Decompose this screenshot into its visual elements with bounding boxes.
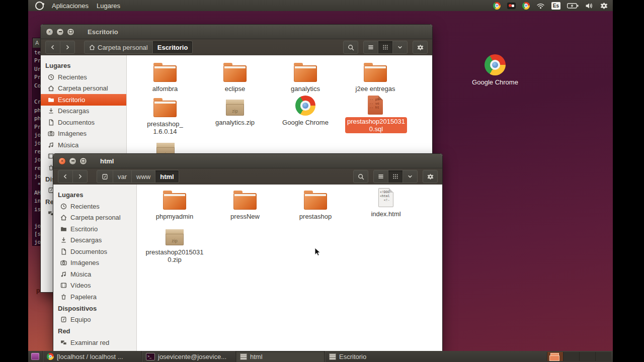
breadcrumb-www[interactable]: www	[131, 170, 155, 183]
sidebar-item-musica[interactable]: Música	[53, 268, 136, 280]
wifi-icon[interactable]	[536, 3, 545, 9]
minimize-icon[interactable]	[56, 28, 64, 36]
chrome-tray-icon[interactable]	[493, 2, 501, 10]
workspace-3[interactable]	[579, 352, 595, 361]
forward-button[interactable]	[60, 41, 75, 54]
workspace-2[interactable]	[563, 352, 579, 361]
breadcrumb: Carpeta personal Escritorio	[84, 41, 193, 54]
chrome-tray-icon-2[interactable]	[522, 2, 530, 10]
keyboard-layout-indicator[interactable]: Es	[551, 2, 560, 10]
forward-button[interactable]	[72, 170, 88, 183]
breadcrumb-current-label: Escritorio	[157, 44, 188, 51]
settings-button[interactable]	[413, 41, 428, 54]
settings-button[interactable]	[423, 170, 438, 183]
window2-file-area[interactable]: phpmyadmin pressNew prestashop <!DOC <ht…	[137, 185, 442, 351]
sidebar-item-documentos[interactable]: Documentos	[53, 246, 136, 257]
file-prestashop-zip[interactable]: zip prestashop20150310.zip	[144, 227, 205, 263]
window2-titlebar[interactable]: × html	[53, 154, 442, 168]
sidebar-item-recientes[interactable]: Recientes	[53, 201, 136, 212]
breadcrumb: var www html	[97, 170, 179, 183]
close-icon[interactable]: ×	[58, 157, 66, 165]
breadcrumb-device[interactable]	[97, 170, 113, 183]
menu-lugares[interactable]: Lugares	[97, 2, 120, 10]
sidebar-item-carpeta-personal[interactable]: Carpeta personal	[41, 83, 126, 95]
window1-titlebar[interactable]: × Escritorio	[41, 25, 432, 39]
breadcrumb-current[interactable]: Escritorio	[152, 41, 193, 54]
screen-recorder-icon[interactable]	[507, 3, 516, 9]
file-ganalytics-zip[interactable]: zip ganalytics.zip	[205, 98, 265, 126]
sidebar-header-places: Lugares	[41, 60, 126, 71]
file-phpmyadmin[interactable]: phpmyadmin	[144, 190, 205, 220]
ubuntu-logo-icon[interactable]	[35, 2, 44, 10]
file-ganalytics[interactable]: ganalytics	[275, 62, 336, 93]
show-desktop-icon[interactable]	[31, 353, 39, 360]
sidebar-item-carpeta-personal[interactable]: Carpeta personal	[53, 212, 136, 224]
sidebar-item-equipo[interactable]: Equipo	[53, 314, 136, 326]
maximize-icon[interactable]	[79, 157, 87, 165]
sidebar-item-recientes[interactable]: Recientes	[41, 71, 126, 83]
sidebar-item-examinar-red[interactable]: Examinar red	[53, 337, 136, 348]
file-prestashop[interactable]: prestashop	[285, 190, 346, 220]
grid-view-button[interactable]	[388, 170, 403, 183]
workspace-1[interactable]	[547, 352, 563, 361]
terminal-icon: >_	[146, 353, 155, 360]
sidebar-item-descargas[interactable]: Descargas	[41, 106, 126, 117]
home-icon	[60, 214, 67, 221]
files-icon	[240, 353, 247, 360]
sidebar-item-imagenes[interactable]: Imágenes	[41, 128, 126, 140]
gear-icon	[427, 173, 434, 180]
sidebar-item-imagenes[interactable]: Imágenes	[53, 257, 136, 269]
taskbar-item-localhost[interactable]: [localhost / localhost ...	[42, 351, 141, 362]
session-gear-icon[interactable]	[600, 2, 608, 10]
list-view-button[interactable]	[373, 170, 388, 183]
close-icon[interactable]: ×	[46, 28, 53, 36]
sidebar-header-devices: Dispositivos	[53, 303, 136, 314]
minimize-icon[interactable]	[69, 157, 76, 165]
download-icon	[60, 237, 67, 243]
search-button[interactable]	[343, 41, 358, 54]
volume-icon[interactable]	[585, 3, 594, 9]
maximize-icon[interactable]	[67, 28, 74, 36]
music-icon	[60, 271, 67, 278]
desktop-icon-google-chrome[interactable]: Google Chrome	[467, 54, 523, 86]
menu-aplicaciones[interactable]: Aplicaciones	[52, 2, 89, 10]
file-index-html[interactable]: <!DOC <html <!- index.html	[356, 188, 416, 218]
sidebar-item-videos[interactable]: Vídeos	[53, 280, 136, 292]
workspace-4[interactable]	[595, 352, 611, 361]
search-button[interactable]	[353, 170, 368, 183]
file-google-chrome[interactable]: Google Chrome	[275, 96, 336, 126]
folder-icon	[60, 226, 67, 232]
taskbar-item-label: josevicente@josevice...	[158, 353, 226, 360]
sidebar-item-papelera[interactable]: Papelera	[53, 291, 136, 303]
back-button[interactable]	[58, 170, 73, 183]
breadcrumb-home[interactable]: Carpeta personal	[84, 41, 153, 54]
file-j2ee-entregas[interactable]: j2ee entregas	[345, 62, 406, 93]
breadcrumb-html[interactable]: html	[155, 170, 179, 183]
desktop-wallpaper[interactable]: Google Chrome pr A te Pr Ur Pr Co Cr ph …	[28, 11, 613, 351]
folder-icon	[233, 193, 257, 210]
taskbar-item-escritorio[interactable]: Escritorio	[325, 351, 423, 362]
back-button[interactable]	[45, 41, 60, 54]
file-alfombra[interactable]: alfombra	[135, 62, 195, 93]
sidebar-item-escritorio[interactable]: Escritorio	[53, 223, 136, 235]
sql-file-icon: -- ph -- ve -- ht	[368, 96, 383, 115]
sidebar-item-musica[interactable]: Música	[41, 139, 126, 151]
battery-icon[interactable]	[567, 3, 579, 9]
list-view-button[interactable]	[363, 41, 378, 54]
chrome-icon	[47, 353, 54, 360]
sidebar-item-documentos[interactable]: Documentos	[41, 117, 126, 128]
sidebar-item-descargas[interactable]: Descargas	[53, 235, 136, 246]
file-pressnew[interactable]: pressNew	[215, 190, 275, 220]
taskbar-item-html[interactable]: html	[235, 351, 325, 362]
file-prestashop-folder[interactable]: prestashop_1.6.0.14	[135, 98, 195, 135]
back-icon	[62, 173, 68, 179]
taskbar-item-terminal[interactable]: >_ josevicente@josevice...	[141, 351, 235, 362]
view-options-button[interactable]	[392, 41, 408, 54]
sidebar-item-escritorio[interactable]: Escritorio	[41, 94, 126, 106]
network-icon	[60, 339, 67, 346]
file-prestashop-sql[interactable]: -- ph -- ve -- ht prestashop20150310.sql	[345, 96, 406, 133]
file-eclipse[interactable]: eclipse	[205, 62, 265, 93]
view-options-button[interactable]	[403, 170, 418, 183]
breadcrumb-var[interactable]: var	[113, 170, 132, 183]
grid-view-button[interactable]	[378, 41, 393, 54]
